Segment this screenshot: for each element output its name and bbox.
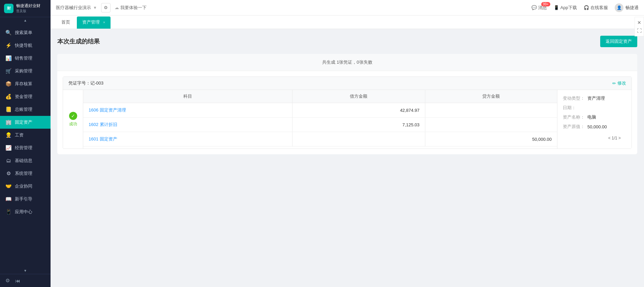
row-subject-1: 1602 累计折旧 (83, 118, 292, 132)
voucher-section: 凭证字号：记-003 ✏ 修改 ✓ 成功 (63, 76, 632, 149)
user-area[interactable]: 👤 畅捷通 (615, 3, 639, 12)
nav-label-1: 快捷导航 (15, 42, 32, 49)
scroll-down-arrow[interactable]: ▼ (0, 267, 51, 274)
tab-close-icon[interactable]: × (103, 20, 105, 24)
nav-icon-5: 💰 (5, 94, 11, 100)
col-header-credit: 贷方金额 (425, 90, 557, 103)
voucher-table-area: 科目 借方金额 贷方金额 1606 固定资产清理 42,874.97 1602 … (83, 90, 557, 149)
nav-icon-0: 🔍 (5, 30, 11, 36)
tab-home-label: 首页 (61, 20, 70, 25)
nav-icon-6: 📒 (5, 106, 11, 113)
change-type-row: 变动类型： 资产清理 (563, 95, 626, 101)
nav-icon-4: 📦 (5, 81, 11, 87)
toggle-icon[interactable]: ⏮ (15, 278, 20, 284)
nav-label-11: 系统管理 (15, 170, 32, 177)
page-content: 本次生成的结果 返回固定资产 共生成 1张凭证，0张失败 凭证字号：记-003 … (51, 29, 644, 287)
row-subject-2: 1601 固定资产 (83, 132, 292, 147)
gear-icon: ⚙ (104, 5, 108, 10)
nav-label-10: 基础信息 (15, 158, 32, 164)
change-type-value: 资产清理 (587, 95, 605, 101)
nav-label-13: 新手引导 (15, 196, 32, 202)
app-icon: 📱 (554, 5, 559, 10)
nav-label-0: 搜索菜单 (15, 30, 32, 36)
nav-icon-10: 🗂 (5, 158, 11, 164)
sidebar-item-快捷导航[interactable]: ⚡ 快捷导航 (0, 39, 51, 52)
tab-home[interactable]: 首页 (56, 17, 75, 29)
row-credit-0 (425, 103, 557, 118)
date-label: 日期： (563, 105, 576, 111)
nav-label-8: 工资 (15, 132, 24, 138)
topbar: 医疗器械行业演示 ▼ ⚙ ☁ 我要体验一下 💬 消息 99+ 📱 App下载 🎧… (51, 0, 644, 15)
sidebar: 财 畅捷通好业财 普及版 ▲ 🔍 搜索菜单 ⚡ 快捷导航 📊 销售管理 🛒 采购… (0, 0, 51, 287)
col-header-subject: 科目 (83, 90, 292, 103)
online-service-button[interactable]: 🎧 在线客服 (584, 5, 608, 11)
back-to-fixed-assets-button[interactable]: 返回固定资产 (600, 36, 637, 47)
cloud-icon: ☁ (115, 5, 119, 10)
sidebar-item-采购管理[interactable]: 🛒 采购管理 (0, 65, 51, 77)
experience-button[interactable]: ☁ 我要体验一下 (115, 5, 147, 11)
sidebar-item-系统管理[interactable]: ⚙ 系统管理 (0, 167, 51, 180)
sidebar-item-库存核算[interactable]: 📦 库存核算 (0, 77, 51, 90)
experience-text: 我要体验一下 (120, 5, 147, 11)
sidebar-item-销售管理[interactable]: 📊 销售管理 (0, 52, 51, 65)
asset-name-value: 电脑 (587, 114, 596, 120)
nav-label-2: 销售管理 (15, 55, 32, 61)
sidebar-logo: 财 畅捷通好业财 普及版 (0, 0, 51, 17)
sidebar-item-应用中心[interactable]: 📱 应用中心 (0, 205, 51, 218)
sidebar-item-经营管理[interactable]: 📈 经营管理 (0, 141, 51, 154)
nav-label-5: 资金管理 (15, 94, 32, 100)
settings-icon[interactable]: ⚙ (5, 278, 10, 284)
app-download-label: App下载 (560, 5, 577, 11)
nav-label-7: 固定资产 (15, 119, 32, 125)
sidebar-item-固定资产[interactable]: 🏢 固定资产 (0, 116, 51, 129)
voucher-edit-button[interactable]: ✏ 修改 (612, 80, 626, 86)
main-content-wrapper: 医疗器械行业演示 ▼ ⚙ ☁ 我要体验一下 💬 消息 99+ 📱 App下载 🎧… (51, 0, 644, 287)
row-debit-2 (292, 132, 425, 147)
scroll-up-arrow[interactable]: ▲ (0, 17, 51, 24)
tabs-bar: 首页 资产管理 × (51, 15, 644, 29)
pagination[interactable]: < 1/1 > (563, 133, 626, 143)
row-credit-1 (425, 118, 557, 132)
asset-value-value: 50,000.00 (587, 124, 607, 129)
nav-label-6: 总账管理 (15, 106, 32, 113)
edit-icon: ✏ (612, 81, 616, 86)
nav-icon-1: ⚡ (5, 42, 11, 49)
float-panel: ✕ ⛶ (635, 17, 644, 36)
workspace-dropdown-icon: ▼ (93, 5, 97, 10)
asset-name-label: 资产名称： (563, 114, 585, 120)
success-checkmark-icon: ✓ (69, 112, 77, 120)
table-row: 1602 累计折旧 7,125.03 (83, 118, 557, 132)
tab-asset-management[interactable]: 资产管理 × (77, 17, 111, 29)
nav-icon-7: 🏢 (5, 119, 11, 125)
nav-icon-2: 📊 (5, 55, 11, 61)
sidebar-bottom: ⚙ ⏮ (0, 274, 51, 287)
asset-name-row: 资产名称： 电脑 (563, 114, 626, 120)
sidebar-item-总账管理[interactable]: 📒 总账管理 (0, 103, 51, 116)
workspace-selector[interactable]: 医疗器械行业演示 ▼ (56, 5, 97, 11)
tab-asset-management-label: 资产管理 (82, 20, 100, 25)
sidebar-item-搜索菜单[interactable]: 🔍 搜索菜单 (0, 26, 51, 39)
voucher-side-panel: 变动类型： 资产清理 日期： 资产名称： 电脑 资产原值： (557, 90, 632, 149)
float-close-icon[interactable]: ✕ (637, 20, 641, 25)
sidebar-item-基础信息[interactable]: 🗂 基础信息 (0, 154, 51, 167)
messages-button[interactable]: 💬 消息 99+ (531, 5, 547, 11)
row-debit-1: 7,125.03 (292, 118, 425, 132)
gear-button[interactable]: ⚙ (101, 3, 111, 12)
float-expand-icon[interactable]: ⛶ (637, 28, 642, 33)
online-service-label: 在线客服 (590, 5, 608, 11)
table-row: 1606 固定资产清理 42,874.97 (83, 103, 557, 118)
app-download-button[interactable]: 📱 App下载 (554, 5, 577, 11)
voucher-table: 科目 借方金额 贷方金额 1606 固定资产清理 42,874.97 1602 … (83, 90, 557, 147)
nav-label-3: 采购管理 (15, 68, 32, 74)
sidebar-item-企业协同[interactable]: 🤝 企业协同 (0, 180, 51, 193)
sidebar-nav: 🔍 搜索菜单 ⚡ 快捷导航 📊 销售管理 🛒 采购管理 📦 库存核算 💰 资金管… (0, 24, 51, 267)
nav-label-9: 经营管理 (15, 145, 32, 151)
sidebar-item-资金管理[interactable]: 💰 资金管理 (0, 90, 51, 103)
sidebar-item-新手引导[interactable]: 📖 新手引导 (0, 193, 51, 205)
nav-icon-3: 🛒 (5, 68, 11, 74)
date-row: 日期： (563, 105, 626, 111)
asset-value-label: 资产原值： (563, 124, 585, 130)
sidebar-item-工资[interactable]: 👷 工资 (0, 129, 51, 141)
voucher-header: 凭证字号：记-003 ✏ 修改 (63, 77, 632, 90)
nav-label-14: 应用中心 (15, 209, 32, 215)
